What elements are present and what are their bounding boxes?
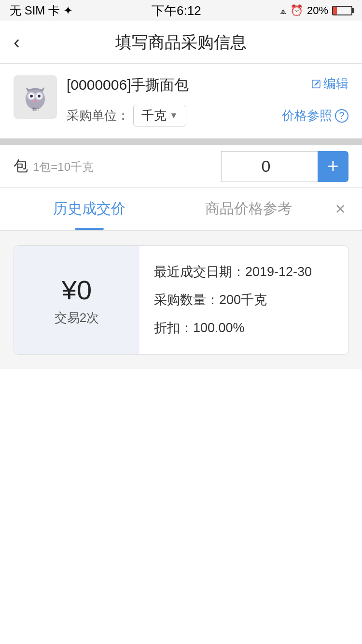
- battery-fill: [333, 7, 337, 14]
- product-thumbnail: 数汁: [14, 75, 57, 119]
- bottom-space: [0, 369, 362, 644]
- tab-underline: [75, 228, 104, 230]
- svg-point-5: [30, 95, 33, 98]
- page-title: 填写商品采购信息: [115, 31, 247, 54]
- price-transactions: 交易2次: [55, 309, 99, 326]
- unit-row: 采购单位： 千克 ▼ 价格参照 ?: [67, 105, 348, 126]
- quantity-row: 包 1包=10千克 +: [0, 145, 362, 188]
- purchase-qty-row: 采购数量：200千克: [154, 291, 334, 309]
- status-left: 无 SIM 卡 ✦: [10, 3, 73, 18]
- info-icon: ?: [335, 109, 348, 123]
- price-cards-area: ¥0 交易2次 最近成交日期：2019-12-30 采购数量：200千克 折扣：…: [0, 231, 362, 369]
- status-right: ⟁ ⏰ 20%: [280, 4, 352, 17]
- tab-history-price[interactable]: 历史成交价: [10, 188, 169, 230]
- close-button[interactable]: ×: [328, 197, 352, 221]
- quantity-plus-button[interactable]: +: [318, 151, 348, 182]
- battery-indicator: [332, 6, 352, 15]
- price-card: ¥0 交易2次 最近成交日期：2019-12-30 采购数量：200千克 折扣：…: [14, 245, 348, 355]
- tabs-header: 历史成交价 商品价格参考 ×: [0, 188, 362, 230]
- edit-icon: [311, 79, 321, 89]
- product-info: [0000006]手撕面包 编辑 采购单位： 千克 ▼: [67, 75, 348, 126]
- svg-point-6: [38, 95, 41, 98]
- unit-select[interactable]: 千克 ▼: [133, 105, 186, 126]
- edit-link[interactable]: 编辑: [311, 75, 348, 92]
- quantity-input[interactable]: [221, 151, 318, 182]
- svg-text:数汁: 数汁: [32, 107, 40, 112]
- qty-unit: 包: [14, 156, 28, 176]
- owl-icon: 数汁: [21, 83, 50, 112]
- status-time: 下午6:12: [152, 2, 201, 19]
- battery-percent: 20%: [307, 4, 328, 17]
- product-name-row: [0000006]手撕面包 编辑: [67, 75, 348, 95]
- sim-label: 无 SIM 卡 ✦: [10, 3, 73, 18]
- discount-row: 折扣：100.00%: [154, 319, 334, 337]
- price-card-left: ¥0 交易2次: [14, 246, 139, 354]
- quantity-left: 包 1包=10千克: [14, 156, 94, 176]
- section-divider: [0, 139, 362, 145]
- qty-conversion: 1包=10千克: [33, 159, 94, 175]
- quantity-control: +: [221, 151, 348, 182]
- price-card-right: 最近成交日期：2019-12-30 采购数量：200千克 折扣：100.00%: [139, 246, 348, 354]
- status-bar: 无 SIM 卡 ✦ 下午6:12 ⟁ ⏰ 20%: [0, 0, 362, 21]
- nav-bar: ‹ 填写商品采购信息: [0, 21, 362, 64]
- price-ref-button[interactable]: 价格参照 ?: [282, 107, 348, 124]
- unit-label: 采购单位： 千克 ▼: [67, 105, 186, 126]
- product-card: 数汁 [0000006]手撕面包 编辑 采购单位： 千克: [0, 64, 362, 139]
- product-row: 数汁 [0000006]手撕面包 编辑 采购单位： 千克: [14, 75, 348, 126]
- recent-date-row: 最近成交日期：2019-12-30: [154, 263, 334, 281]
- back-button[interactable]: ‹: [14, 31, 20, 53]
- product-name: [0000006]手撕面包: [67, 75, 189, 95]
- tabs-container: 历史成交价 商品价格参考 ×: [0, 188, 362, 231]
- alarm-icon: ⏰: [290, 4, 303, 17]
- tab-price-reference[interactable]: 商品价格参考: [169, 188, 328, 230]
- dropdown-arrow: ▼: [169, 111, 178, 121]
- location-icon: ⟁: [280, 4, 286, 17]
- price-amount: ¥0: [62, 274, 92, 306]
